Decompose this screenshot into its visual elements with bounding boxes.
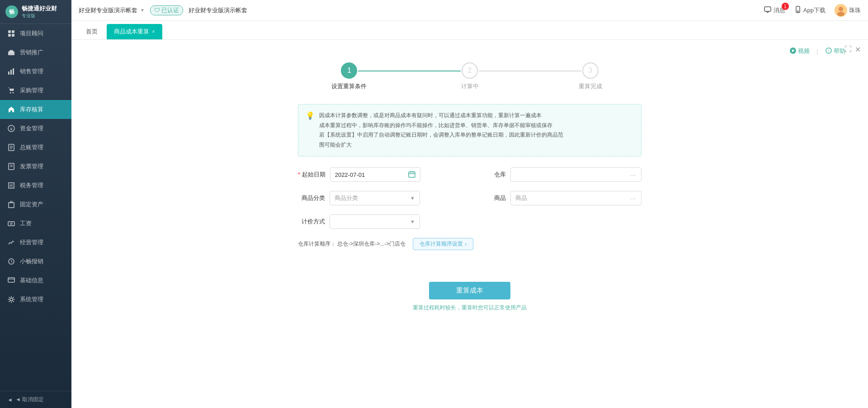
sidebar-item-expense[interactable]: 小畅报销 (0, 252, 71, 271)
svg-rect-5 (9, 51, 14, 52)
svg-point-30 (797, 11, 798, 12)
price-method-select[interactable]: ▼ (330, 214, 420, 229)
avatar (835, 4, 847, 17)
product-input[interactable]: 商品 ··· (510, 191, 642, 205)
home-icon (7, 105, 15, 114)
category-label: 商品分类 (298, 194, 330, 202)
pin-icon: ◄ (7, 397, 13, 403)
sidebar-item-basic[interactable]: 基础信息 (0, 271, 71, 290)
info-text: 因成本计算参数调整，或是对商品成本有疑问时，可以通过成本重算功能，重新计算一遍成… (319, 111, 563, 150)
tab-home[interactable]: 首页 (79, 24, 105, 39)
product-dots-icon: ··· (630, 195, 637, 202)
close-button[interactable]: ✕ (855, 45, 861, 54)
tab-cost-recalc[interactable]: 商品成本重算 × (107, 24, 162, 39)
sidebar-item-salary[interactable]: 工资 (0, 214, 71, 233)
logo-icon: 畅 (5, 5, 18, 18)
svg-rect-7 (10, 70, 12, 75)
warehouse-order-label: 仓库计算顺序： 总仓->深圳仓库->...->门店仓 (298, 240, 406, 248)
svg-rect-4 (8, 52, 14, 55)
sidebar-item-marketing[interactable]: 营销推广 (0, 43, 71, 62)
sidebar-item-accounting[interactable]: 总账管理 (0, 138, 71, 157)
sidebar-item-inventory[interactable]: 库存核算 (0, 100, 71, 119)
topbar-right: 消息 1 App下载 珠珠 (764, 4, 861, 17)
warehouse-label: 仓库 (479, 171, 510, 179)
sidebar-item-sales[interactable]: 销售管理 (0, 62, 71, 81)
account-selector[interactable]: 好业财专业版演示帐套 ▼ (79, 6, 145, 14)
sidebar-item-invoice[interactable]: 发票管理 (0, 157, 71, 176)
sidebar-item-operation[interactable]: 经营管理 (0, 233, 71, 252)
form-row-3: 计价方式 ▼ (298, 214, 642, 229)
svg-rect-21 (9, 203, 14, 208)
step-2-line (479, 71, 581, 71)
start-date-input[interactable]: 2022-07-01 (330, 167, 420, 182)
sidebar-item-asset[interactable]: 固定资产 (0, 195, 71, 214)
form-row-2: 商品分类 商品分类 ▼ 商品 商品 ··· (298, 191, 642, 205)
calendar-icon[interactable] (408, 171, 415, 179)
step-1-circle: 1 (341, 62, 357, 79)
submit-hint: 重算过程耗时较长，重算时您可以正常使用产品 (85, 304, 854, 312)
svg-rect-1 (12, 30, 14, 33)
product-label: 商品 (479, 194, 510, 202)
video-link[interactable]: 视频 (790, 47, 810, 55)
info-icon: 💡 (306, 111, 315, 120)
warehouse-order-settings-button[interactable]: 仓库计算顺序设置 › (413, 238, 473, 250)
verified-badge: 🛡 已认证 (150, 5, 183, 15)
dots-icon: ··· (630, 171, 637, 178)
gear-icon (7, 295, 15, 304)
category-select[interactable]: 商品分类 ▼ (330, 191, 420, 205)
svg-rect-38 (409, 172, 415, 177)
chevron-right-icon: › (465, 241, 467, 247)
svg-text:¥: ¥ (9, 127, 13, 131)
form-section: 起始日期 2022-07-01 仓库 (298, 167, 642, 268)
logo-text: 畅捷通好业财 专业版 (22, 5, 57, 19)
svg-rect-28 (764, 7, 771, 11)
svg-text:税: 税 (9, 184, 13, 188)
svg-rect-8 (13, 68, 14, 75)
cart-icon (7, 86, 15, 95)
sidebar-logo: 畅 畅捷通好业财 专业版 (0, 0, 71, 24)
tab-close-icon[interactable]: × (152, 28, 155, 35)
svg-point-23 (10, 223, 12, 225)
step-3: 3 重算完成 (530, 62, 651, 90)
svg-point-9 (10, 92, 11, 94)
step-2: 2 计算中 (410, 62, 530, 90)
sidebar-item-project[interactable]: 项目顾问 (0, 24, 71, 43)
project-icon (7, 29, 15, 38)
step-1-line (358, 71, 461, 71)
app-download-button[interactable]: App下载 (794, 6, 826, 14)
content-area: 视频 | ? 帮助 ✕ ⛶ 1 设置重算条件 (71, 40, 868, 408)
sidebar-item-purchase[interactable]: 采购管理 (0, 81, 71, 100)
price-chevron-down-icon: ▼ (410, 219, 415, 224)
message-icon (764, 5, 772, 15)
main-area: 好业财专业版演示帐套 ▼ 🛡 已认证 好业财专业版演示帐套 消息 1 App下载 (71, 0, 868, 408)
step-3-circle: 3 (582, 62, 599, 79)
sidebar-item-system[interactable]: 系统管理 (0, 290, 71, 309)
svg-rect-2 (8, 34, 11, 37)
form-col-warehouse: 仓库 ··· (479, 167, 642, 182)
phone-icon (794, 6, 802, 14)
submit-button[interactable]: 重算成本 (429, 282, 510, 299)
sidebar-item-finance[interactable]: ¥ 资金管理 (0, 119, 71, 138)
gift-icon (7, 48, 15, 57)
step-1: 1 设置重算条件 (289, 62, 410, 90)
sidebar-pin-toggle[interactable]: ◄ ◄ 取消固定 (0, 391, 71, 408)
operation-icon (7, 238, 15, 247)
chevron-down-icon: ▼ (410, 195, 415, 201)
warehouse-input[interactable]: ··· (510, 167, 642, 182)
help-icon: ? (826, 47, 832, 55)
chart-icon (7, 67, 15, 76)
expand-button[interactable]: ⛶ (844, 45, 852, 53)
message-button[interactable]: 消息 1 (764, 5, 785, 15)
form-col-date: 起始日期 2022-07-01 (298, 167, 461, 182)
help-link[interactable]: ? 帮助 (826, 47, 845, 55)
form-col-price-method: 计价方式 ▼ (298, 214, 642, 229)
svg-rect-22 (8, 222, 14, 226)
svg-text:?: ? (828, 49, 830, 53)
basic-icon (7, 276, 15, 285)
sidebar-item-tax[interactable]: 税 税务管理 (0, 176, 71, 195)
svg-rect-0 (8, 30, 11, 33)
building-icon (7, 200, 15, 209)
info-box: 💡 因成本计算参数调整，或是对商品成本有疑问时，可以通过成本重算功能，重新计算一… (298, 104, 642, 157)
user-avatar-button[interactable]: 珠珠 (835, 4, 861, 17)
play-icon (790, 47, 796, 55)
